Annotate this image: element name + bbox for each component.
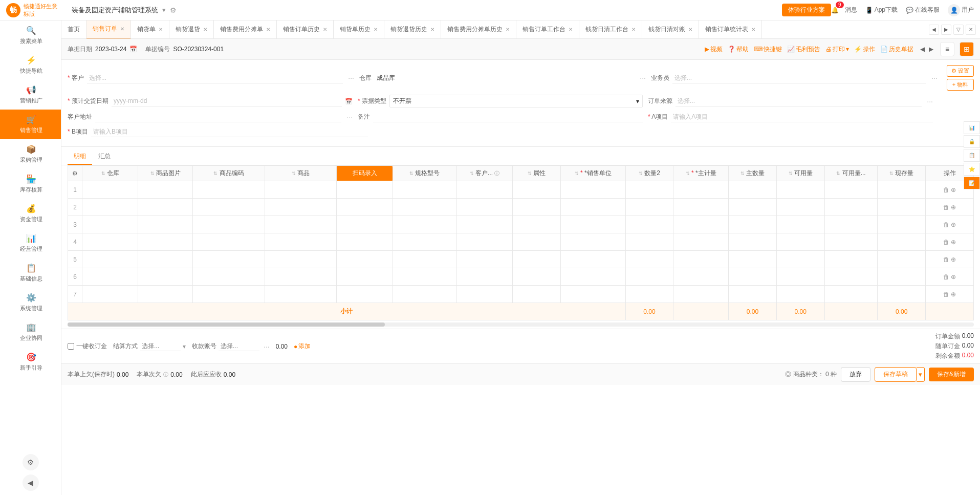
row-unit-1[interactable] xyxy=(560,181,625,199)
tab-home[interactable]: 首页 xyxy=(61,20,86,39)
online-service[interactable]: 💬 在线客服 xyxy=(906,6,940,14)
address-dots[interactable]: ··· xyxy=(346,113,353,121)
row-mq-1[interactable] xyxy=(729,181,777,199)
sidebar-item-system[interactable]: ⚙️ 系统管理 xyxy=(0,288,61,317)
sidebar-item-enterprise[interactable]: 🏢 企业协同 xyxy=(0,317,61,347)
invoice-type-select[interactable]: 不开票 ▾ xyxy=(389,95,643,107)
notification-area[interactable]: 🔔 9 消息 xyxy=(831,6,857,14)
tab-sales-return[interactable]: 销货退货 ✕ xyxy=(169,20,214,39)
save-new-btn[interactable]: 保存&新增 xyxy=(929,368,974,381)
sidebar-item-base[interactable]: 📋 基础信息 xyxy=(0,258,61,288)
tab-close-10[interactable]: ✕ xyxy=(631,27,636,32)
customer-address-input[interactable] xyxy=(95,112,341,122)
user-area[interactable]: 👤 用户 xyxy=(948,4,974,16)
row-scan-1[interactable] xyxy=(337,181,393,199)
print-btn[interactable]: 🖨 打印 ▾ xyxy=(825,45,849,54)
row-cc-1[interactable] xyxy=(456,181,512,199)
sidebar-item-sales[interactable]: 🛒 销售管理 xyxy=(0,110,61,139)
sort-icon-cur[interactable]: ⇅ xyxy=(889,171,894,176)
doc-prev[interactable]: ◀ xyxy=(919,46,926,53)
row-spec-1[interactable] xyxy=(393,181,456,199)
sidebar-item-inventory[interactable]: 🏪 库存核算 xyxy=(0,169,61,199)
add-material-btn[interactable]: + 物料 xyxy=(947,79,974,91)
sort-icon-mq[interactable]: ⇅ xyxy=(741,171,745,176)
tab-close-9[interactable]: ✕ xyxy=(569,27,573,32)
save-draft-dropdown[interactable]: ▾ xyxy=(917,367,925,382)
customer-dots[interactable]: ··· xyxy=(348,74,354,82)
delete-icon-5[interactable]: 🗑 xyxy=(943,256,949,263)
copy-icon-4[interactable]: ⊕ xyxy=(951,239,956,246)
tab-close-4[interactable]: ✕ xyxy=(266,27,270,32)
date-picker-icon[interactable]: 📅 xyxy=(345,98,353,105)
sidebar-item-operations[interactable]: 📊 经营管理 xyxy=(0,228,61,258)
order-source-input[interactable] xyxy=(676,96,922,106)
tab-close-7[interactable]: ✕ xyxy=(430,27,434,32)
sort-icon-attr[interactable]: ⇅ xyxy=(528,171,532,176)
sort-icon[interactable]: ⇅ xyxy=(101,171,105,176)
discard-btn[interactable]: 放弃 xyxy=(841,367,870,382)
history-btn[interactable]: 📄 历史单据 xyxy=(880,45,913,54)
profit-btn[interactable]: 📈 毛利预告 xyxy=(787,45,820,54)
sort-icon-cc[interactable]: ⇅ xyxy=(470,171,474,176)
add-btn[interactable]: ● 添加 xyxy=(294,342,311,351)
row-img-1[interactable] xyxy=(138,181,193,199)
copy-icon-7[interactable]: ⊕ xyxy=(951,291,956,298)
save-draft-btn[interactable]: 保存草稿 xyxy=(875,367,917,382)
one-click-checkbox-label[interactable]: 一键收订金 xyxy=(68,342,107,351)
order-source-dots[interactable]: ··· xyxy=(927,97,933,105)
view-btn[interactable]: ▶ 视频 xyxy=(705,45,723,54)
tab-close-3[interactable]: ✕ xyxy=(203,27,207,32)
sort-icon-qty2[interactable]: ⇅ xyxy=(639,171,643,176)
b-project-input[interactable] xyxy=(91,126,368,137)
tab-sales-order[interactable]: 销售订单 ✕ xyxy=(86,20,131,39)
sort-icon-img[interactable]: ⇅ xyxy=(150,171,155,176)
sort-icon-spec[interactable]: ⇅ xyxy=(409,171,413,176)
account-dots[interactable]: ··· xyxy=(264,342,270,351)
remark-input[interactable] xyxy=(373,112,643,122)
account-input[interactable] xyxy=(219,341,259,351)
sort-icon-mu[interactable]: ⇅ xyxy=(686,171,690,176)
payment-dropdown-icon[interactable]: ▾ xyxy=(183,343,186,350)
sidebar-item-quick[interactable]: ⚡ 快捷导航 xyxy=(0,50,61,80)
tab-sales-invoice[interactable]: 销货单 ✕ xyxy=(131,20,169,39)
dropdown-icon[interactable]: ▾ xyxy=(162,6,166,14)
row-av-1[interactable] xyxy=(776,181,824,199)
tab-order-workbench[interactable]: 销售订单工作台 ✕ xyxy=(516,20,579,39)
float-btn-3[interactable]: 📋 xyxy=(964,149,980,162)
sort-icon-av2[interactable]: ⇅ xyxy=(836,171,840,176)
warehouse-dots[interactable]: ··· xyxy=(640,74,646,82)
settings-bottom-btn[interactable]: ⚙ xyxy=(23,454,39,470)
settings-icon[interactable]: ⚙ xyxy=(170,6,177,14)
delete-icon-4[interactable]: 🗑 xyxy=(943,239,949,246)
tab-summary[interactable]: 汇总 xyxy=(92,149,117,165)
delete-icon-2[interactable]: 🗑 xyxy=(943,204,949,211)
doc-next[interactable]: ▶ xyxy=(927,46,935,53)
one-click-checkbox[interactable] xyxy=(68,343,74,350)
sort-icon-unit[interactable]: ⇅ xyxy=(575,171,579,176)
tab-stats[interactable]: 销售订单统计表 ✕ xyxy=(699,20,762,39)
delete-icon-3[interactable]: 🗑 xyxy=(943,221,949,228)
copy-icon-3[interactable]: ⊕ xyxy=(951,221,956,228)
tab-close-5[interactable]: ✕ xyxy=(323,27,327,32)
tab-close-sales-order[interactable]: ✕ xyxy=(120,26,124,32)
salesperson-dots[interactable]: ··· xyxy=(931,74,938,82)
copy-icon-2[interactable]: ⊕ xyxy=(951,204,956,211)
row-cur-1[interactable] xyxy=(878,181,926,199)
shortcut-btn[interactable]: ⌨ 快捷键 xyxy=(754,45,782,54)
app-download[interactable]: 📱 App下载 xyxy=(865,6,898,14)
row-sku-1[interactable] xyxy=(193,181,265,199)
copy-icon-1[interactable]: ⊕ xyxy=(951,186,956,193)
scrollbar-thumb[interactable] xyxy=(68,322,385,327)
tab-expand[interactable]: ▽ xyxy=(953,25,964,35)
info-icon[interactable]: ⓘ xyxy=(494,170,499,176)
row-warehouse-1[interactable] xyxy=(82,181,138,199)
tab-return-history[interactable]: 销货退货历史 ✕ xyxy=(384,20,441,39)
tab-expense-split[interactable]: 销售费用分摊单 ✕ xyxy=(214,20,277,39)
copy-icon-5[interactable]: ⊕ xyxy=(951,256,956,263)
tab-close-all[interactable]: ✕ xyxy=(966,25,976,35)
sidebar-item-marketing[interactable]: 📢 营销推广 xyxy=(0,80,61,110)
payment-input[interactable] xyxy=(140,341,181,351)
delete-icon-7[interactable]: 🗑 xyxy=(943,291,949,298)
tab-detail[interactable]: 明细 xyxy=(68,149,92,165)
tab-close-11[interactable]: ✕ xyxy=(688,27,692,32)
